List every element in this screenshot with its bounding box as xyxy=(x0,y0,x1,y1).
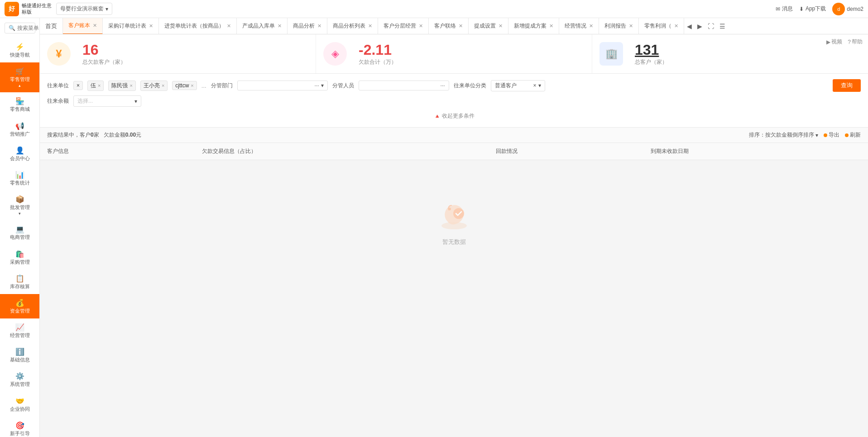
filter-more-btn[interactable]: ... xyxy=(201,82,206,89)
tab-close-purchase[interactable]: ✕ xyxy=(149,23,153,29)
tab-close-retail-profit[interactable]: ✕ xyxy=(674,23,678,29)
unit-class-label: 往来单位分类 xyxy=(454,82,486,90)
tab-prev-btn[interactable]: ◀ xyxy=(684,18,695,34)
sidebar-item-marketing[interactable]: 📢 营销推广 xyxy=(0,117,39,142)
sidebar-item-retail[interactable]: 🛒 零售管理 ▴ xyxy=(0,62,39,92)
sidebar-item-quick-nav[interactable]: ⚡ 快捷导航 xyxy=(0,38,39,62)
branch-dept-select[interactable]: ··· ▾ xyxy=(237,81,328,90)
app-wrapper: 好 畅捷通好生意 标版 母婴行业演示账套 ▾ ✉ 消息 ⬇ App下载 d de… xyxy=(0,0,868,437)
finance-icon: 💰 xyxy=(15,299,24,307)
card1-bg-circle: ¥ xyxy=(47,42,71,66)
card3-value[interactable]: 131 xyxy=(635,42,857,58)
tab-customer-contact[interactable]: 客户联络 ✕ xyxy=(429,18,469,34)
video-btn[interactable]: ▶ 视频 xyxy=(826,38,842,46)
tab-product-analysis-list[interactable]: 商品分析列表 ✕ xyxy=(327,18,378,34)
tab-purchase-order[interactable]: 采购订单统计表 ✕ xyxy=(103,18,159,34)
sidebar-item-member[interactable]: 👤 会员中心 xyxy=(0,142,39,166)
close-wang-tag[interactable]: × xyxy=(162,83,164,88)
help-btn[interactable]: ? 帮助 xyxy=(848,38,863,46)
system-icon: ⚙️ xyxy=(15,372,24,380)
sidebar-item-operations[interactable]: 📈 经营管理 xyxy=(0,318,39,343)
filter-tag-chen: 陈民强 × xyxy=(108,81,135,91)
collapse-btn[interactable]: 🔺 收起更多条件 xyxy=(434,112,475,120)
query-button[interactable]: 查询 xyxy=(833,79,861,92)
content-area: 首页 客户账本 ✕ 采购订单统计表 ✕ 进货单统计表（按商品） ✕ 产成品入库单… xyxy=(40,18,868,437)
export-btn[interactable]: 导出 xyxy=(824,131,839,139)
sidebar-item-retail-mall[interactable]: 🏪 零售商城 xyxy=(0,92,39,117)
tab-close-analysis-list[interactable]: ✕ xyxy=(368,23,372,29)
close-wu-tag[interactable]: × xyxy=(98,83,101,88)
app-download-btn[interactable]: ⬇ App下载 xyxy=(799,5,826,13)
company-unit-label: 往来单位 xyxy=(47,82,69,90)
wholesale-icon: 📦 xyxy=(15,195,24,204)
sidebar-item-basic-info[interactable]: ℹ️ 基础信息 xyxy=(0,343,39,367)
tab-menu-btn[interactable]: ☰ xyxy=(717,18,728,34)
sidebar-item-enterprise-collab[interactable]: 🤝 企业协同 xyxy=(0,392,39,417)
sidebar-item-purchase[interactable]: 🛍️ 采购管理 xyxy=(0,245,39,270)
card2-bg-circle: ◈ xyxy=(323,42,347,66)
branch-person-select[interactable]: ··· xyxy=(359,81,449,90)
sidebar-item-system[interactable]: ⚙️ 系统管理 xyxy=(0,367,39,392)
tab-next-btn[interactable]: ▶ xyxy=(695,18,705,34)
tab-product-analysis[interactable]: 商品分析 ✕ xyxy=(288,18,327,34)
tab-close-reminder[interactable]: ✕ xyxy=(499,23,503,29)
tab-close-customer-book[interactable]: ✕ xyxy=(93,23,97,28)
tab-profit-report[interactable]: 利润报告 ✕ xyxy=(599,18,639,34)
tab-close-analysis[interactable]: ✕ xyxy=(317,23,321,29)
sidebar-item-retail-stat[interactable]: 📊 零售统计 xyxy=(0,166,39,190)
sidebar-search-input[interactable] xyxy=(17,25,40,31)
unit-class-select[interactable]: 普通客户 × ▾ xyxy=(491,80,545,91)
sort-select[interactable]: 排序：按欠款金额倒序排序 ▾ xyxy=(749,131,818,139)
summary-card-debt: ◈ -2.11 欠款合计（万） xyxy=(316,34,592,73)
expand-icon: ▴ xyxy=(19,83,21,88)
close-chen-tag[interactable]: × xyxy=(129,83,132,88)
tab-reminder-settings[interactable]: 提成设置 ✕ xyxy=(469,18,508,34)
marketing-icon: 📢 xyxy=(15,122,24,130)
sidebar-item-ecommerce[interactable]: 💻 电商管理 xyxy=(0,220,39,245)
retail-stat-icon: 📊 xyxy=(15,171,24,179)
remaining-select[interactable]: 选择... ▾ xyxy=(73,95,141,107)
tab-close-contact[interactable]: ✕ xyxy=(459,23,463,29)
tab-retail-profit[interactable]: 零售利润（ ✕ xyxy=(639,18,684,34)
sort-chevron-icon: ▾ xyxy=(815,132,818,138)
tab-operations[interactable]: 经营情况 ✕ xyxy=(559,18,599,34)
tab-fullscreen-btn[interactable]: ⛶ xyxy=(705,18,717,34)
filter-tag-wang: 王小亮 × xyxy=(140,81,168,91)
empty-text: 暂无数据 xyxy=(442,238,466,246)
refresh-btn[interactable]: 刷新 xyxy=(845,131,861,139)
expand-down-icon: ▾ xyxy=(19,211,21,216)
tab-close-operations[interactable]: ✕ xyxy=(589,23,593,29)
export-dot xyxy=(824,133,827,137)
message-btn[interactable]: ✉ 消息 xyxy=(776,5,793,13)
tab-close-stock[interactable]: ✕ xyxy=(227,23,231,29)
tab-close-profit[interactable]: ✕ xyxy=(629,23,633,29)
company-selector[interactable]: 母婴行业演示账套 ▾ xyxy=(56,3,112,15)
tab-close-achievement[interactable]: ✕ xyxy=(549,23,553,29)
tab-close-segment[interactable]: ✕ xyxy=(419,23,423,29)
sidebar-item-inventory[interactable]: 📋 库存核算 xyxy=(0,270,39,294)
svg-point-1 xyxy=(453,208,464,219)
tab-home[interactable]: 首页 xyxy=(40,18,63,34)
sidebar: 🔍 ⚡ 快捷导航 🛒 零售管理 ▴ 🏪 零售商城 📢 营销推广 xyxy=(0,18,40,437)
sidebar-item-search[interactable]: 🔍 xyxy=(0,18,39,38)
basic-info-icon: ℹ️ xyxy=(15,347,24,356)
tab-customer-segment[interactable]: 客户分层经营 ✕ xyxy=(378,18,429,34)
tab-new-achievement[interactable]: 新增提成方案 ✕ xyxy=(508,18,559,34)
tab-close-product[interactable]: ✕ xyxy=(278,23,282,29)
sidebar-search-wrap: 🔍 xyxy=(5,23,35,33)
refresh-dot xyxy=(845,133,849,137)
card3-top-btns: ▶ 视频 ? 帮助 xyxy=(826,38,863,46)
unit-class-clear[interactable]: × xyxy=(533,82,537,89)
sidebar-item-wholesale[interactable]: 📦 批发管理 ▾ xyxy=(0,190,39,220)
user-profile-btn[interactable]: d demo2 xyxy=(832,3,863,15)
close-cjttcw-tag[interactable]: × xyxy=(191,83,193,88)
page-content: ¥ 16 总欠款客户（家） ◈ -2.11 xyxy=(40,34,868,437)
sidebar-item-new-guide[interactable]: 🎯 新手引导 xyxy=(0,417,39,437)
retail-mall-icon: 🏪 xyxy=(15,97,24,105)
tab-customer-book[interactable]: 客户账本 ✕ xyxy=(63,18,103,34)
card2-bg-icon: ◈ xyxy=(331,48,339,60)
logo-area: 好 畅捷通好生意 标版 xyxy=(5,2,52,16)
sidebar-item-finance[interactable]: 💰 资金管理 xyxy=(0,294,39,318)
tab-product-instock[interactable]: 产成品入库单 ✕ xyxy=(237,18,288,34)
tab-stock-stat[interactable]: 进货单统计表（按商品） ✕ xyxy=(159,18,237,34)
